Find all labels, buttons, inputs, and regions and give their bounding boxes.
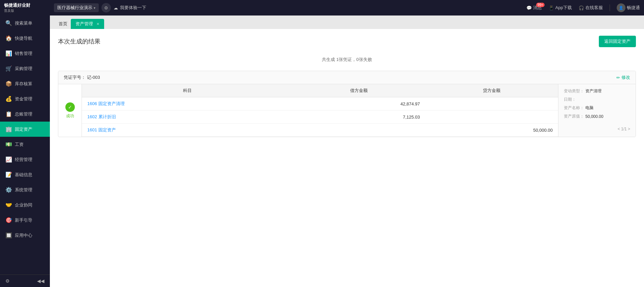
sidebar-item-enterprise[interactable]: 🤝企业协同	[0, 197, 50, 213]
edit-label: 修改	[621, 74, 630, 81]
edit-icon: ✏	[616, 75, 620, 80]
sidebar-item-label: 新手引导	[15, 217, 32, 223]
page-content: 本次生成的结果 返回固定资产 共生成 1张凭证，0张失败 凭证字号： 记-003…	[50, 29, 644, 287]
sidebar-item-ledger[interactable]: 📋总账管理	[0, 106, 50, 122]
sidebar-item-label: 销售管理	[15, 51, 32, 57]
app-center-icon: 🔲	[5, 232, 11, 238]
system-icon: ⚙️	[5, 187, 11, 193]
side-date: 日期：	[564, 97, 630, 102]
tab-close-icon[interactable]: ✕	[96, 22, 99, 26]
side-original-value: 资产原值： 50,000.00	[564, 114, 630, 119]
app-download-button[interactable]: 📱 App下载	[549, 5, 572, 11]
voucher-table: 科目 借方金额 贷方金额 1606 固定资产清理 42,874.97 1602 …	[82, 84, 558, 137]
sidebar-item-label: 搜索菜单	[15, 20, 32, 26]
table-row: 1606 固定资产清理 42,874.97	[82, 97, 558, 110]
cell-debit-2	[293, 124, 425, 137]
side-asset-name: 资产名称： 电脑	[564, 105, 630, 111]
gear-icon: ⚙	[104, 5, 108, 10]
basic-info-icon: 📝	[5, 171, 11, 178]
purchase-icon: 🛒	[5, 65, 11, 72]
message-button[interactable]: 💬 消息 99+	[526, 5, 542, 11]
cell-credit-0	[425, 97, 558, 110]
sidebar-item-label: 系统管理	[15, 187, 32, 193]
sidebar-item-system[interactable]: ⚙️系统管理	[0, 182, 50, 197]
sidebar-item-label: 快捷导航	[15, 35, 32, 41]
sidebar-item-label: 基础信息	[15, 172, 32, 178]
sidebar-item-operations[interactable]: 📈经营管理	[0, 152, 50, 167]
side-change-type: 变动类型： 资产清理	[564, 88, 630, 94]
avatar-icon: 👤	[619, 6, 623, 10]
company-selector[interactable]: 医疗器械行业演示 ▾	[54, 3, 99, 12]
sidebar-item-sales[interactable]: 📊销售管理	[0, 46, 50, 61]
voucher-number: 凭证字号： 记-003	[64, 74, 100, 81]
guide-icon: 🎯	[5, 217, 11, 223]
quick-nav-icon: 🏠	[5, 35, 11, 41]
success-text: 成功	[66, 113, 74, 119]
chevron-down-icon: ▾	[94, 6, 95, 10]
user-profile[interactable]: 👤 畅捷通	[617, 3, 640, 12]
check-icon: ✓	[68, 104, 72, 110]
table-header-row: 科目 借方金额 贷方金额	[82, 84, 558, 97]
date-label: 日期：	[564, 97, 576, 102]
tab-asset-management[interactable]: 资产管理 ✕	[71, 19, 104, 29]
sidebar-item-purchase[interactable]: 🛒采购管理	[0, 61, 50, 76]
sales-icon: 📊	[5, 50, 11, 57]
cloud-icon: ☁	[114, 5, 118, 10]
sidebar-item-inventory[interactable]: 📦库存核算	[0, 76, 50, 91]
settings-bottom-icon[interactable]: ⚙	[5, 278, 10, 284]
sidebar-item-search[interactable]: 🔍搜索菜单	[0, 15, 50, 31]
sidebar-item-fixed-assets[interactable]: 🏢固定资产	[0, 122, 50, 137]
sidebar-item-app-center[interactable]: 🔲应用中心	[0, 228, 50, 243]
cell-credit-2: 50,000.00	[425, 124, 558, 137]
cell-credit-1	[425, 110, 558, 124]
app-subtitle: 普及版	[4, 8, 14, 13]
sidebar-bottom: ⚙ ◀◀	[0, 275, 50, 287]
voucher-body: ✓ 成功 科目 借方金额 贷方金额	[58, 84, 636, 137]
success-circle: ✓	[65, 102, 75, 112]
side-pagination[interactable]: < 1/1 >	[564, 125, 630, 133]
sidebar-item-label: 总账管理	[15, 111, 32, 117]
divider	[610, 4, 610, 11]
cell-subject-1: 1602 累计折旧	[82, 110, 293, 124]
collapse-icon[interactable]: ◀◀	[37, 278, 44, 284]
company-name: 医疗器械行业演示	[57, 5, 92, 11]
voucher-card: 凭证字号： 记-003 ✏ 修改 ✓ 成功	[58, 71, 636, 137]
tab-home[interactable]: 首页	[55, 19, 71, 29]
asset-name-value: 电脑	[585, 105, 593, 111]
sidebar-item-basic-info[interactable]: 📝基础信息	[0, 167, 50, 182]
page-title: 本次生成的结果	[58, 37, 100, 45]
edit-button[interactable]: ✏ 修改	[616, 74, 630, 81]
asset-tab-label: 资产管理	[75, 21, 93, 26]
header-right: 💬 消息 99+ 📱 App下载 🎧 在线客服 👤 畅捷通	[526, 3, 640, 12]
original-value-label: 资产原值：	[564, 114, 584, 119]
sidebar-item-guide[interactable]: 🎯新手引导	[0, 213, 50, 228]
result-summary: 共生成 1张凭证，0张失败	[58, 54, 636, 65]
sidebar-item-payroll[interactable]: 💵工资	[0, 137, 50, 152]
sidebar-item-label: 经营管理	[15, 157, 32, 163]
sidebar-scroll: 🔍搜索菜单🏠快捷导航📊销售管理🛒采购管理📦库存核算💰资金管理📋总账管理🏢固定资产…	[0, 15, 50, 275]
avatar: 👤	[617, 3, 625, 12]
message-icon: 💬	[526, 5, 532, 10]
settings-icon-btn[interactable]: ⚙	[101, 3, 111, 12]
sidebar-item-quick-nav[interactable]: 🏠快捷导航	[0, 31, 50, 46]
search-icon: 🔍	[5, 20, 11, 26]
voucher-table-area: 科目 借方金额 贷方金额 1606 固定资产清理 42,874.97 1602 …	[82, 84, 558, 137]
sidebar-item-finance[interactable]: 💰资金管理	[0, 91, 50, 106]
experience-button[interactable]: ☁ 我要体验一下	[114, 5, 146, 11]
sidebar-item-label: 采购管理	[15, 66, 32, 72]
voucher-side: 变动类型： 资产清理 日期： 资产名称： 电脑 资产原值：	[558, 84, 636, 137]
sidebar-item-label: 企业协同	[15, 202, 32, 208]
finance-icon: 💰	[5, 96, 11, 102]
original-value-value: 50,000.00	[585, 114, 603, 119]
asset-name-label: 资产名称：	[564, 105, 584, 111]
change-type-label: 变动类型：	[564, 88, 584, 94]
return-fixed-assets-button[interactable]: 返回固定资产	[599, 36, 636, 47]
app-title: 畅捷通好业财	[4, 2, 30, 8]
table-row: 1602 累计折旧 7,125.03	[82, 110, 558, 124]
table-row: 1601 固定资产 50,000.00	[82, 124, 558, 137]
col-credit: 贷方金额	[425, 84, 558, 97]
cell-debit-1: 7,125.03	[293, 110, 425, 124]
home-tab-label: 首页	[59, 21, 67, 26]
header-center: 医疗器械行业演示 ▾ ⚙ ☁ 我要体验一下	[54, 3, 526, 12]
online-service-button[interactable]: 🎧 在线客服	[579, 5, 603, 11]
